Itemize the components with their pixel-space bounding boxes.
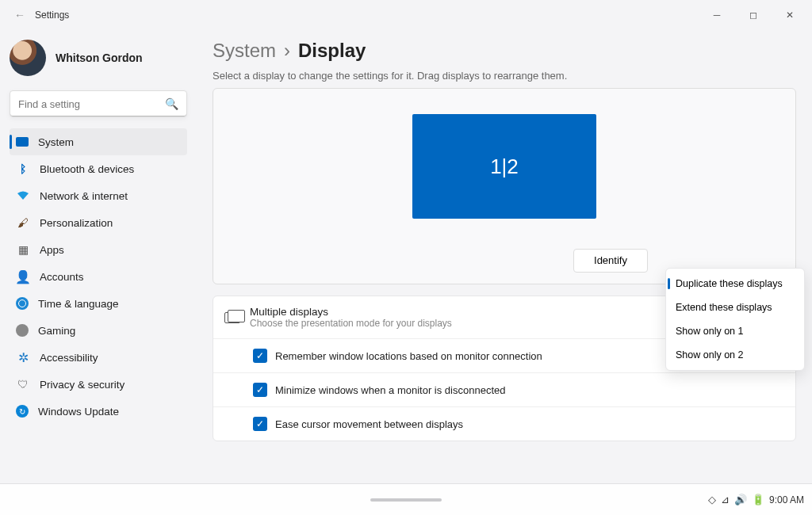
globe-icon — [16, 297, 29, 310]
shield-icon: 🛡 — [16, 377, 30, 391]
sidebar-item-bluetooth[interactable]: ᛒBluetooth & devices — [10, 155, 187, 182]
maximize-button[interactable]: ◻ — [742, 10, 764, 21]
breadcrumb: System › Display — [213, 40, 796, 62]
sidebar-item-gaming[interactable]: Gaming — [10, 317, 187, 344]
brush-icon: 🖌 — [16, 216, 30, 230]
sidebar-item-time[interactable]: Time & language — [10, 290, 187, 317]
sidebar-item-label: Accounts — [40, 271, 84, 283]
wifi-tray-icon[interactable]: ⊿ — [721, 494, 730, 505]
search-input[interactable] — [18, 98, 165, 110]
update-icon — [16, 405, 29, 418]
sidebar-item-label: Time & language — [38, 298, 119, 310]
display-mode-menu: Duplicate these displays Extend these di… — [665, 268, 805, 371]
menu-item-duplicate[interactable]: Duplicate these displays — [666, 272, 804, 296]
minimize-button[interactable]: ─ — [706, 10, 728, 21]
sidebar-item-system[interactable]: System — [10, 128, 187, 155]
account-block[interactable]: Whitson Gordon — [10, 40, 187, 76]
user-name: Whitson Gordon — [56, 52, 143, 64]
sidebar-item-apps[interactable]: ▦Apps — [10, 236, 187, 263]
taskbar[interactable]: ◇ ⊿ 🔊 🔋 9:00 AM — [0, 483, 812, 515]
taskbar-handle — [370, 498, 442, 502]
checkbox-checked-icon[interactable]: ✓ — [253, 417, 267, 431]
system-tray[interactable]: ◇ ⊿ 🔊 🔋 9:00 AM — [708, 494, 804, 505]
battery-icon[interactable]: 🔋 — [752, 494, 764, 505]
checkbox-checked-icon[interactable]: ✓ — [253, 349, 267, 363]
checkbox-checked-icon[interactable]: ✓ — [253, 383, 267, 397]
monitor-tile[interactable]: 1|2 — [412, 114, 596, 219]
sidebar-item-network[interactable]: Network & internet — [10, 182, 187, 209]
card-title: Multiple displays — [250, 306, 452, 318]
menu-item-extend[interactable]: Extend these displays — [666, 296, 804, 319]
search-box[interactable]: 🔍 — [10, 90, 187, 117]
menu-item-only1[interactable]: Show only on 1 — [666, 319, 804, 343]
close-button[interactable]: ✕ — [779, 10, 801, 21]
option-label: Remember window locations based on monit… — [275, 350, 542, 362]
person-icon: 👤 — [16, 269, 30, 284]
location-icon[interactable]: ◇ — [708, 494, 716, 505]
option-label: Ease cursor movement between displays — [275, 418, 463, 430]
sidebar-item-label: System — [38, 136, 74, 148]
clock[interactable]: 9:00 AM — [769, 494, 804, 505]
sound-icon[interactable]: 🔊 — [734, 494, 747, 505]
gaming-icon — [16, 324, 29, 337]
card-subtitle: Choose the presentation mode for your di… — [250, 318, 452, 329]
sidebar-item-label: Windows Update — [38, 406, 119, 418]
wifi-icon — [16, 189, 30, 203]
sidebar-item-label: Accessibility — [40, 352, 98, 364]
option-label: Minimize windows when a monitor is disco… — [275, 384, 505, 396]
accessibility-icon: ✲ — [16, 350, 30, 364]
sidebar-item-label: Network & internet — [40, 190, 128, 202]
breadcrumb-current: Display — [298, 40, 366, 62]
page-subtitle: Select a display to change the settings … — [213, 70, 796, 82]
displays-icon — [224, 312, 240, 323]
sidebar-item-personalization[interactable]: 🖌Personalization — [10, 209, 187, 236]
system-icon — [16, 137, 29, 147]
chevron-right-icon: › — [284, 40, 290, 62]
bluetooth-icon: ᛒ — [16, 162, 30, 176]
search-icon: 🔍 — [165, 97, 178, 110]
apps-icon: ▦ — [16, 242, 30, 257]
sidebar-item-accessibility[interactable]: ✲Accessibility — [10, 344, 187, 371]
sidebar-item-label: Privacy & security — [40, 379, 124, 391]
sidebar-item-label: Personalization — [40, 217, 113, 229]
sidebar-item-update[interactable]: Windows Update — [10, 398, 187, 425]
option-minimize[interactable]: ✓ Minimize windows when a monitor is dis… — [213, 372, 795, 406]
sidebar-item-privacy[interactable]: 🛡Privacy & security — [10, 371, 187, 398]
app-title: Settings — [35, 10, 69, 21]
menu-item-only2[interactable]: Show only on 2 — [666, 343, 804, 367]
sidebar-item-label: Bluetooth & devices — [40, 163, 134, 175]
avatar — [10, 40, 46, 76]
sidebar-item-label: Apps — [40, 244, 64, 256]
sidebar-item-label: Gaming — [38, 325, 75, 337]
option-ease[interactable]: ✓ Ease cursor movement between displays — [213, 406, 795, 441]
back-button[interactable]: ← — [14, 9, 25, 21]
sidebar-item-accounts[interactable]: 👤Accounts — [10, 263, 187, 290]
identify-button[interactable]: Identify — [573, 249, 648, 273]
breadcrumb-root[interactable]: System — [213, 40, 276, 62]
display-arrangement[interactable]: 1|2 Identify Duplicate these displays Ex… — [213, 88, 796, 284]
